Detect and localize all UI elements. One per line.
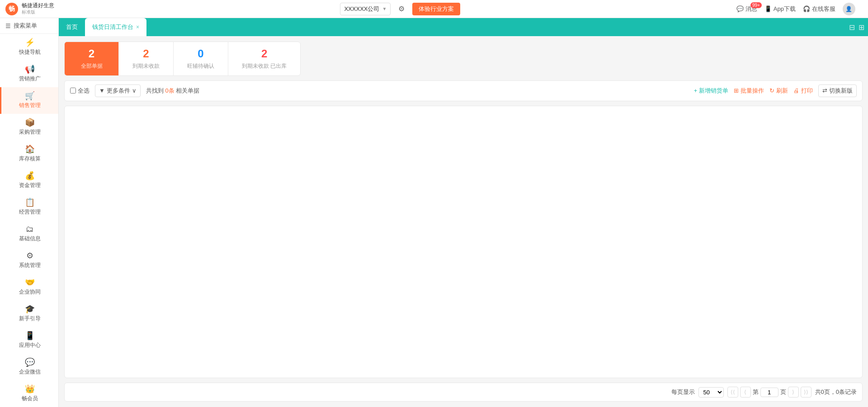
app-download-button[interactable]: 📱 App下载 — [764, 5, 796, 13]
sidebar-label-6: 经营管理 — [19, 208, 41, 216]
sidebar-item-1[interactable]: 📢 营销推广 — [0, 61, 58, 87]
search-menu[interactable]: ☰ 搜索菜单 — [0, 18, 58, 34]
logo-sub: 标准版 — [22, 9, 54, 15]
avatar[interactable]: 👤 — [843, 3, 855, 15]
sidebar-item-12[interactable]: 💬 企业微信 — [0, 354, 58, 380]
batch-label: 批量操作 — [741, 87, 764, 95]
message-icon: 💬 — [736, 5, 744, 12]
tab-current-label: 钱货日清工作台 — [92, 23, 133, 31]
logo-text: 畅捷通好生意 — [22, 2, 54, 9]
sidebar-item-3[interactable]: 📦 采购管理 — [0, 114, 58, 140]
header-center: XXXXXX公司 ▼ ⚙ 体验行业方案 — [340, 3, 460, 15]
sidebar-icon-4: 🏠 — [25, 145, 35, 153]
company-name: XXXXXX公司 — [344, 5, 379, 13]
online-service-label: 在线客服 — [812, 5, 835, 13]
filter-icon: ▼ — [99, 87, 105, 94]
sidebar-icon-3: 📦 — [25, 118, 35, 126]
sidebar-icon-7: 🗂 — [26, 225, 34, 233]
sidebar-icon-12: 💬 — [25, 358, 35, 366]
page-nav: ⟨⟨ ⟨ 第 页 ⟩ ⟩⟩ — [727, 387, 811, 398]
sidebar-items-container: ⚡ 快捷导航 📢 营销推广 🛒 销售管理 📦 采购管理 🏠 库存核算 💰 资金管… — [0, 34, 58, 407]
stat-label-1: 到期未收款 — [132, 62, 160, 70]
tab-minimize-icon[interactable]: ⊟ — [849, 23, 855, 32]
sidebar-label-0: 快捷导航 — [19, 48, 41, 56]
app-download-icon: 📱 — [764, 5, 772, 12]
page-label-suffix: 页 — [780, 388, 786, 396]
stat-card-1[interactable]: 2 到期未收款 — [119, 42, 174, 75]
new-order-button[interactable]: + 新增销货单 — [694, 87, 728, 95]
sidebar-item-7[interactable]: 🗂 基础信息 — [0, 220, 58, 247]
sidebar-item-4[interactable]: 🏠 库存核算 — [0, 140, 58, 167]
filter-button[interactable]: ▼ 更多条件 ∨ — [95, 84, 141, 97]
sidebar-label-9: 企业协同 — [19, 288, 41, 296]
per-page-label: 每页显示 — [671, 388, 695, 396]
found-suffix: 相关单据 — [176, 87, 199, 94]
sidebar-label-11: 应用中心 — [19, 342, 41, 349]
sidebar-label-10: 新手引导 — [19, 315, 41, 323]
tab-close-icon[interactable]: × — [136, 24, 139, 30]
found-count: 0条 — [165, 87, 175, 94]
page-last-button[interactable]: ⟩⟩ — [801, 387, 811, 398]
online-service-button[interactable]: 🎧 在线客服 — [803, 5, 835, 13]
sidebar-item-0[interactable]: ⚡ 快捷导航 — [0, 34, 58, 61]
select-all-checkbox[interactable]: 全选 — [70, 87, 90, 95]
sidebar-icon-2: 🛒 — [25, 92, 35, 100]
page-first-button[interactable]: ⟨⟨ — [727, 387, 738, 398]
message-button[interactable]: 💬 消息 99+ — [736, 5, 757, 13]
sidebar-icon-10: 🎓 — [25, 305, 35, 313]
stat-label-2: 旺辅待确认 — [187, 62, 214, 70]
content-main: 2 全部单据 2 到期未收款 0 旺辅待确认 2 到期未收款 已出库 全选 ▼ … — [59, 36, 868, 407]
sidebar-icon-11: 📱 — [25, 332, 35, 340]
trial-button[interactable]: 体验行业方案 — [412, 3, 460, 15]
stat-label-0: 全部单据 — [78, 62, 105, 70]
refresh-icon: ↻ — [769, 87, 774, 94]
toolbar-right: + 新增销货单 ⊞ 批量操作 ↻ 刷新 🖨 打印 ⇄ — [694, 84, 857, 97]
tab-home[interactable]: 首页 — [59, 18, 85, 36]
print-button[interactable]: 🖨 打印 — [793, 87, 813, 95]
settings-icon[interactable]: ⚙ — [395, 3, 408, 15]
per-page-select[interactable]: 50 100 — [698, 387, 724, 398]
toolbar-left: 全选 ▼ 更多条件 ∨ 共找到 0条 相关单据 — [70, 84, 199, 97]
search-menu-icon: ☰ — [5, 23, 11, 29]
batch-button[interactable]: ⊞ 批量操作 — [734, 87, 764, 95]
stat-card-3[interactable]: 2 到期未收款 已出库 — [228, 42, 300, 75]
sidebar-item-6[interactable]: 📋 经营管理 — [0, 194, 58, 220]
company-selector[interactable]: XXXXXX公司 ▼ — [340, 3, 391, 15]
tab-home-label: 首页 — [66, 23, 78, 31]
toolbar: 全选 ▼ 更多条件 ∨ 共找到 0条 相关单据 + 新增销货单 — [64, 80, 863, 101]
pagination-bar: 每页显示 50 100 ⟨⟨ ⟨ 第 页 ⟩ ⟩⟩ 共0页，0条记录 — [64, 383, 863, 402]
print-label: 打印 — [801, 87, 813, 95]
sidebar-item-13[interactable]: 👑 畅会员 — [0, 380, 58, 407]
stat-card-0[interactable]: 2 全部单据 — [65, 42, 119, 75]
page-prev-button[interactable]: ⟨ — [740, 387, 751, 398]
switch-version-button[interactable]: ⇄ 切换新版 — [818, 84, 857, 97]
page-next-button[interactable]: ⟩ — [788, 387, 799, 398]
sidebar-item-10[interactable]: 🎓 新手引导 — [0, 300, 58, 327]
tab-maximize-icon[interactable]: ⊞ — [859, 23, 864, 32]
select-all-input[interactable] — [70, 88, 76, 94]
new-order-label: + 新增销货单 — [694, 87, 728, 95]
logo-icon: 畅 — [5, 3, 18, 15]
sidebar-label-12: 企业微信 — [19, 368, 41, 376]
total-info: 共0页，0条记录 — [815, 388, 857, 396]
sidebar-item-11[interactable]: 📱 应用中心 — [0, 327, 58, 354]
sidebar-icon-0: ⚡ — [25, 38, 35, 47]
tab-current[interactable]: 钱货日清工作台 × — [85, 18, 146, 36]
sidebar-icon-6: 📋 — [25, 198, 35, 206]
message-badge: 99+ — [750, 2, 762, 8]
sidebar-item-2[interactable]: 🛒 销售管理 — [0, 87, 58, 114]
switch-icon: ⇄ — [822, 87, 827, 94]
page-input[interactable] — [760, 388, 778, 397]
online-service-icon: 🎧 — [803, 5, 810, 12]
stat-number-1: 2 — [132, 47, 160, 61]
stat-number-2: 0 — [187, 47, 214, 61]
sidebar-label-13: 畅会员 — [22, 395, 38, 402]
refresh-button[interactable]: ↻ 刷新 — [769, 87, 788, 95]
sidebar-label-8: 系统管理 — [19, 262, 41, 269]
sidebar-item-9[interactable]: 🤝 企业协同 — [0, 274, 58, 300]
sidebar-item-5[interactable]: 💰 资金管理 — [0, 167, 58, 194]
stat-number-0: 2 — [78, 47, 105, 61]
print-icon: 🖨 — [793, 87, 799, 94]
stat-card-2[interactable]: 0 旺辅待确认 — [174, 42, 228, 75]
sidebar-item-8[interactable]: ⚙ 系统管理 — [0, 247, 58, 274]
